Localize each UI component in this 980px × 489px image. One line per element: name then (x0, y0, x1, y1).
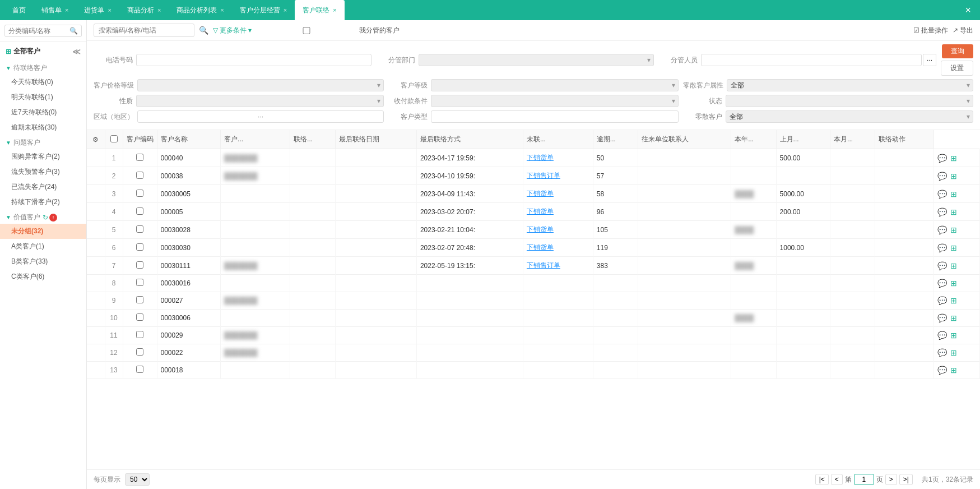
row-checkbox[interactable] (136, 296, 143, 303)
all-customers-header[interactable]: ⊞ 全部客户 ≪ (0, 42, 86, 61)
search-input[interactable] (94, 24, 194, 37)
grid-action-icon[interactable]: ⊞ (950, 331, 957, 340)
last-contact-method[interactable]: 下销售订单 (523, 167, 593, 185)
row-settings[interactable] (87, 275, 105, 292)
row-settings[interactable] (87, 167, 105, 185)
row-checkbox[interactable] (136, 348, 143, 356)
last-page-button[interactable]: >| (899, 474, 913, 485)
gender-select[interactable] (136, 95, 384, 107)
row-settings[interactable] (87, 185, 105, 203)
prev-page-button[interactable]: < (831, 474, 843, 485)
sidebar-item-ungrouped[interactable]: 未分组(32) (0, 224, 86, 239)
grid-action-icon[interactable]: ⊞ (950, 225, 957, 234)
my-customers-checkbox[interactable] (256, 27, 357, 34)
last-contact-method[interactable]: 下销货单 (523, 185, 593, 203)
grid-action-icon[interactable]: ⊞ (950, 154, 957, 163)
row-checkbox[interactable] (136, 261, 143, 269)
chat-icon[interactable]: 💬 (937, 366, 947, 375)
row-settings[interactable] (87, 221, 105, 239)
nav-analysis-list[interactable]: 商品分析列表 × (169, 0, 231, 20)
phone-input[interactable] (136, 54, 371, 66)
chat-icon[interactable]: 💬 (937, 190, 947, 199)
row-settings[interactable] (87, 239, 105, 257)
chat-icon[interactable]: 💬 (937, 313, 947, 322)
nav-customer-contact-close[interactable]: × (333, 7, 336, 13)
nav-customer-segment[interactable]: 客户分层经营 × (232, 0, 295, 20)
last-contact-method[interactable]: 下销售订单 (523, 257, 593, 275)
grid-action-icon[interactable]: ⊞ (950, 207, 957, 216)
grid-action-icon[interactable]: ⊞ (950, 313, 957, 322)
sidebar-item-today-pending[interactable]: 今天待联络(0) (0, 75, 86, 90)
row-checkbox[interactable] (136, 366, 143, 373)
nav-customer-segment-close[interactable]: × (284, 7, 287, 13)
last-contact-method[interactable]: 下销货单 (523, 239, 593, 257)
current-page-input[interactable] (854, 474, 874, 485)
sidebar-item-a-class[interactable]: A类客户(1) (0, 239, 86, 254)
grid-action-icon[interactable]: ⊞ (950, 348, 957, 357)
row-settings[interactable] (87, 327, 105, 344)
row-checkbox[interactable] (136, 154, 143, 161)
last-contact-method[interactable]: 下销货单 (523, 221, 593, 239)
nav-analysis-close[interactable]: × (157, 7, 161, 13)
last-contact-method[interactable]: 下销货单 (523, 149, 593, 167)
row-checkbox[interactable] (136, 279, 143, 286)
customer-type-input[interactable] (431, 110, 679, 123)
sidebar-search-icon[interactable]: 🔍 (69, 27, 78, 35)
row-checkbox[interactable] (136, 172, 143, 179)
row-settings[interactable] (87, 203, 105, 221)
nav-customer-contact[interactable]: 客户联络 × (295, 0, 344, 20)
last-contact-method[interactable]: 下销货单 (523, 203, 593, 221)
row-settings[interactable] (87, 292, 105, 310)
sidebar-item-abnormal-hoarding[interactable]: 囤购异常客户(2) (0, 149, 86, 164)
grid-action-icon[interactable]: ⊞ (950, 279, 957, 288)
row-checkbox[interactable] (136, 243, 143, 251)
row-checkbox[interactable] (136, 331, 143, 338)
settings-column-header[interactable]: ⚙ (87, 130, 105, 149)
nav-analysis-list-close[interactable]: × (220, 7, 224, 13)
reset-button[interactable]: 设置 (941, 61, 973, 76)
nav-sales-close[interactable]: × (65, 7, 68, 13)
retail-customer-select[interactable]: 全部 (726, 110, 973, 123)
page-size-select[interactable]: 50 (125, 473, 150, 486)
nav-purchase-close[interactable]: × (108, 7, 111, 13)
chat-icon[interactable]: 💬 (937, 207, 947, 216)
export-button[interactable]: ↗ 导出 (953, 26, 973, 35)
row-settings[interactable] (87, 362, 105, 379)
customer-level-select[interactable] (431, 79, 679, 91)
sidebar-item-overdue-pending[interactable]: 逾期未联络(30) (0, 120, 86, 135)
sidebar-item-c-class[interactable]: C类客户(6) (0, 269, 86, 284)
grid-action-icon[interactable]: ⊞ (950, 296, 957, 305)
refresh-icon[interactable]: ↻ (43, 214, 48, 222)
batch-operations-button[interactable]: ☑ 批量操作 (913, 26, 948, 35)
person-dots-button[interactable]: ··· (923, 54, 936, 66)
grid-action-icon[interactable]: ⊞ (950, 172, 957, 181)
next-page-button[interactable]: > (885, 474, 897, 485)
nav-analysis[interactable]: 商品分析 × (119, 0, 169, 20)
region-dots-button[interactable]: ··· (137, 110, 384, 123)
status-select[interactable] (726, 95, 973, 107)
grid-action-icon[interactable]: ⊞ (950, 190, 957, 199)
chat-icon[interactable]: 💬 (937, 296, 947, 305)
price-level-select[interactable] (137, 79, 384, 91)
row-checkbox[interactable] (136, 190, 143, 197)
row-settings[interactable] (87, 344, 105, 362)
nav-sales[interactable]: 销售单 × (34, 0, 76, 20)
chat-icon[interactable]: 💬 (937, 348, 947, 357)
search-button[interactable]: 🔍 (199, 26, 208, 35)
sidebar-item-churned[interactable]: 已流失客户(24) (0, 179, 86, 195)
chat-icon[interactable]: 💬 (937, 261, 947, 270)
grid-action-icon[interactable]: ⊞ (950, 243, 957, 252)
grid-action-icon[interactable]: ⊞ (950, 261, 957, 270)
row-checkbox[interactable] (136, 313, 143, 321)
first-page-button[interactable]: |< (815, 474, 829, 485)
chat-icon[interactable]: 💬 (937, 172, 947, 181)
dept-select[interactable] (419, 54, 654, 66)
query-button[interactable]: 查询 (942, 44, 973, 58)
chat-icon[interactable]: 💬 (937, 154, 947, 163)
payment-select[interactable] (431, 95, 679, 107)
window-close-button[interactable]: × (960, 4, 976, 16)
row-checkbox[interactable] (136, 225, 143, 233)
chat-icon[interactable]: 💬 (937, 331, 947, 340)
sidebar-item-7days-pending[interactable]: 近7天待联络(0) (0, 105, 86, 120)
sidebar-item-declining[interactable]: 持续下滑客户(2) (0, 195, 86, 210)
